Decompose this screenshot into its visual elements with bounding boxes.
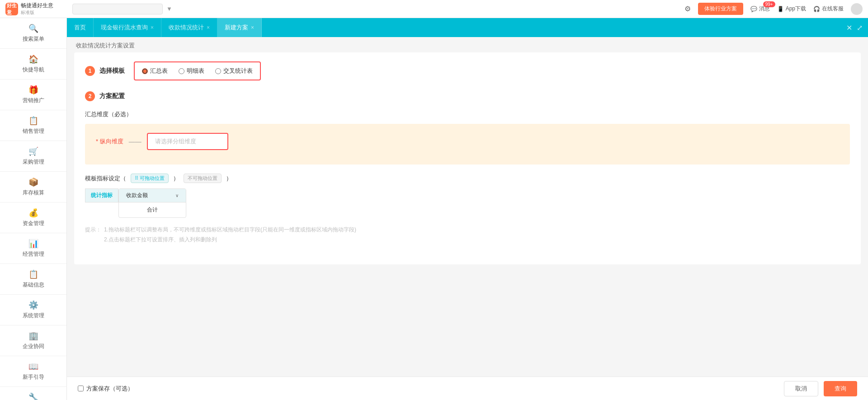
hint-row-1: 提示： 1.拖动标题栏可以调整布局，不可跨维度或指标区域拖动栏目字段(只能在同一… <box>85 225 850 235</box>
sidebar-item-search[interactable]: 🔍 搜索菜单 <box>0 18 66 49</box>
sidebar-label-basic: 基础信息 <box>23 281 44 289</box>
radio-cross[interactable]: 交叉统计表 <box>215 67 253 75</box>
step1-section: 1 选择模板 汇总表 明细表 <box>85 61 850 80</box>
basic-icon: 📋 <box>28 269 38 279</box>
sidebar-item-finance[interactable]: 💰 资金管理 <box>0 202 66 233</box>
operation-icon: 📊 <box>28 239 38 249</box>
chevron-down-icon[interactable]: ∨ <box>175 193 179 198</box>
top-header: 好生意 畅捷通好生意 标准版 ▼ ⚙ 体验行业方案 💬 消息 99+ 📱 App… <box>0 0 868 18</box>
sidebar-item-purchase[interactable]: 🛒 采购管理 <box>0 141 66 172</box>
radio-cross-input[interactable] <box>215 68 221 74</box>
message-badge: 99+ <box>763 1 775 7</box>
sidebar-label-collab: 企业协同 <box>23 343 44 350</box>
tab-newplan[interactable]: 新建方案 × <box>217 18 262 37</box>
trial-button[interactable]: 体验行业方案 <box>698 3 743 15</box>
tab-bar-actions: ✕ ⤢ <box>841 18 868 37</box>
cancel-button[interactable]: 取消 <box>784 381 818 396</box>
indicator-title-suffix: ） <box>226 174 232 183</box>
search-input[interactable] <box>72 4 163 14</box>
step1-num: 1 <box>85 66 95 76</box>
page-title: 收款情况统计方案设置 <box>67 37 868 52</box>
step1-title: 选择模板 <box>99 67 125 75</box>
sidebar-item-operation[interactable]: 📊 经营管理 <box>0 233 66 264</box>
fixed-label: 不可拖动位置 <box>188 175 217 181</box>
sidebar-label-system: 系统管理 <box>23 312 44 320</box>
query-button[interactable]: 查询 <box>824 381 857 396</box>
hint-prefix-1: 提示： <box>85 225 101 235</box>
radio-detail[interactable]: 明细表 <box>179 67 204 75</box>
radio-summary-input[interactable] <box>142 68 148 74</box>
sidebar-label-marketing: 营销推广 <box>23 97 44 104</box>
logo-area: 好生意 畅捷通好生意 标准版 <box>5 2 72 16</box>
gift-icon: 🎁 <box>28 85 38 95</box>
dropdown-icon[interactable]: ▼ <box>166 5 172 12</box>
form-card: 1 选择模板 汇总表 明细表 <box>74 52 861 264</box>
sidebar-item-hardware[interactable]: 🔧 智能硬件 <box>0 387 66 400</box>
tab-cashflow-close[interactable]: × <box>151 24 154 31</box>
tab-collection-close[interactable]: × <box>207 24 210 31</box>
download-item[interactable]: 📱 App下载 <box>777 5 806 13</box>
tab-collection[interactable]: 收款情况统计 × <box>161 18 217 37</box>
system-icon: ⚙️ <box>28 300 38 310</box>
radio-detail-label: 明细表 <box>187 67 204 75</box>
hint-text-1: 1.拖动标题栏可以调整布局，不可跨维度或指标区域拖动栏目字段(只能在同一维度或指… <box>104 225 356 235</box>
step1-header: 1 选择模板 汇总表 明细表 <box>85 61 850 80</box>
radio-detail-input[interactable] <box>179 68 184 74</box>
indicator-label-col: 统计指标 <box>85 188 118 218</box>
save-label: 方案保存（可选） <box>86 385 133 393</box>
tab-home[interactable]: 首页 <box>67 18 94 37</box>
close-all-icon[interactable]: ✕ <box>846 24 852 32</box>
step2-title: 方案配置 <box>99 92 125 100</box>
indicator-config: 模板指标设定（ ⠿ 可拖动位置 ） 不可拖动位置 ） <box>85 174 850 245</box>
sidebar-item-marketing[interactable]: 🎁 营销推广 <box>0 80 66 110</box>
sidebar-item-collab[interactable]: 🏢 企业协同 <box>0 325 66 356</box>
save-checkbox[interactable] <box>78 386 84 391</box>
sidebar-item-basic[interactable]: 📋 基础信息 <box>0 264 66 295</box>
draggable-dot: ⠿ <box>135 175 138 181</box>
sidebar-item-quicknav[interactable]: 🏠 快捷导航 <box>0 49 66 80</box>
template-options: 汇总表 明细表 交叉统计表 <box>134 61 261 80</box>
indicator-header[interactable]: 收款金额 ∨ <box>119 189 186 202</box>
message-item[interactable]: 💬 消息 99+ <box>750 5 770 13</box>
indicator-section-title: 模板指标设定（ <box>85 174 126 183</box>
dimension-area: * 纵向维度 —— 请选择分组维度 <box>85 124 850 165</box>
service-icon: 🎧 <box>813 6 820 12</box>
sidebar-item-system[interactable]: ⚙️ 系统管理 <box>0 295 66 325</box>
indicator-row: 合计 <box>147 207 158 213</box>
home-icon: 🏠 <box>28 54 38 64</box>
tab-newplan-close[interactable]: × <box>251 24 254 31</box>
indicator-body: 合计 <box>119 202 186 217</box>
step2-header: 2 方案配置 <box>85 91 850 101</box>
tab-cashflow[interactable]: 现金银行流水查询 × <box>94 18 161 37</box>
user-avatar[interactable] <box>851 3 863 15</box>
dim-select-box[interactable]: 请选择分组维度 <box>147 133 228 150</box>
indicator-title-row: 模板指标设定（ ⠿ 可拖动位置 ） 不可拖动位置 ） <box>85 174 850 183</box>
expand-icon[interactable]: ⤢ <box>857 24 863 32</box>
sidebar-label-sales: 销售管理 <box>23 127 44 135</box>
bottom-actions: 取消 查询 <box>784 381 857 396</box>
radio-summary-label: 汇总表 <box>150 67 168 75</box>
sidebar-label-purchase: 采购管理 <box>23 158 44 166</box>
sales-icon: 📋 <box>28 116 38 126</box>
sidebar-item-inventory[interactable]: 📦 库存核算 <box>0 172 66 202</box>
settings-icon[interactable]: ⚙ <box>684 5 691 13</box>
sidebar-label-inventory: 库存核算 <box>23 189 44 197</box>
save-option[interactable]: 方案保存（可选） <box>78 385 133 393</box>
sidebar-item-guide[interactable]: 📖 新手引导 <box>0 356 66 387</box>
indicator-title-mid: ） <box>173 174 179 183</box>
inventory-icon: 📦 <box>28 177 38 187</box>
service-item[interactable]: 🎧 在线客服 <box>813 5 844 13</box>
step2-section: 2 方案配置 汇总维度（必选） * 纵向维度 —— <box>85 91 850 245</box>
hardware-icon: 🔧 <box>28 392 38 400</box>
dimension-row: * 纵向维度 —— 请选择分组维度 <box>96 133 839 150</box>
radio-summary[interactable]: 汇总表 <box>142 67 168 75</box>
service-label: 在线客服 <box>822 5 844 13</box>
tag-fixed: 不可拖动位置 <box>184 174 222 183</box>
bottom-bar: 方案保存（可选） 取消 查询 <box>67 376 868 400</box>
sidebar-item-sales[interactable]: 📋 销售管理 <box>0 110 66 141</box>
tab-newplan-label: 新建方案 <box>225 24 248 32</box>
indicator-table: 收款金额 ∨ 合计 <box>118 188 186 218</box>
logo-badge: 标准版 <box>21 9 53 16</box>
sidebar: 🔍 搜索菜单 🏠 快捷导航 🎁 营销推广 📋 销售管理 🛒 采购管理 📦 库存核… <box>0 18 67 400</box>
main-layout: 🔍 搜索菜单 🏠 快捷导航 🎁 营销推广 📋 销售管理 🛒 采购管理 📦 库存核… <box>0 18 868 400</box>
